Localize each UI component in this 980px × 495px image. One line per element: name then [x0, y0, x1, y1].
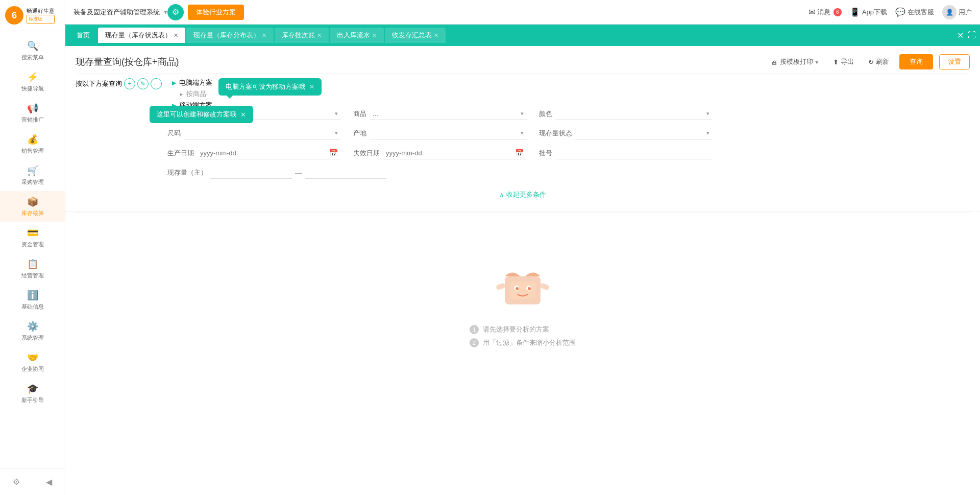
origin-dropdown-arrow: ▾: [521, 130, 524, 136]
plan-sub-item: ▸ 按商品: [172, 89, 212, 99]
app-download-action[interactable]: 📱 App下载: [850, 7, 887, 17]
empty-svg: [492, 253, 553, 315]
edit-plan-btn[interactable]: ✎: [137, 78, 149, 89]
tooltip2-container: 这里可以创建和修改方案哦 ✕: [150, 106, 253, 123]
tooltip1: 电脑方案可设为移动方案哦 ✕: [218, 78, 322, 96]
settings-btn[interactable]: 设置: [939, 54, 970, 69]
query-btn[interactable]: 查询: [899, 54, 933, 69]
page-header: 现存量查询(按仓库+商品) 🖨 按模板打印 ▾ ⬆ 导出 ↻ 刷新: [65, 46, 980, 74]
sidebar-logo: 6 畅通好生意 标准版: [0, 0, 65, 31]
step-num-1: 1: [470, 325, 479, 334]
sidebar-item-system[interactable]: ⚙️ 系统管理: [0, 316, 65, 347]
mfg-date-label: 生产日期: [167, 149, 194, 158]
sidebar-item-finance[interactable]: 💳 资金管理: [0, 222, 65, 253]
sidebar-item-operation[interactable]: 📋 经营管理: [0, 253, 65, 285]
batch-input[interactable]: [558, 149, 709, 157]
message-action[interactable]: ✉ 消息 6: [808, 7, 842, 17]
sidebar-item-guide[interactable]: 🎓 新手引导: [0, 378, 65, 409]
sidebar-item-label: 基础信息: [21, 303, 44, 311]
svg-point-4: [516, 287, 519, 290]
exp-date-field: 失效日期 📅: [353, 147, 527, 159]
tab-bar-right: ✕ ⛶: [957, 31, 976, 40]
tab-close-collect[interactable]: ✕: [434, 32, 438, 39]
experience-industry-btn[interactable]: 体验行业方案: [188, 5, 244, 20]
sidebar-item-sales[interactable]: 💰 销售管理: [0, 129, 65, 160]
print-dropdown-arrow: ▾: [815, 58, 819, 66]
tab-close-inout[interactable]: ✕: [372, 32, 377, 39]
top-header-bar: 装备及固定资产辅助管理系统 ▾ ⚙ 体验行业方案 ✉ 消息 6 📱 App下载: [65, 0, 980, 25]
gear-icon: ⚙: [172, 7, 179, 17]
goods-label: 商品: [353, 109, 366, 119]
empty-step-1: 1 请先选择要分析的方案: [470, 325, 576, 334]
tab-bar: 首页 现存量（库存状况表） ✕ 现存量（库存分布表） ✕ 库存批次账 ✕ 出入库…: [65, 25, 980, 46]
tab-close-inventory-status[interactable]: ✕: [174, 32, 178, 39]
filter-fields-row4: 现存量（主） —: [167, 167, 970, 179]
sidebar-item-basic-info[interactable]: ℹ️ 基础信息: [0, 285, 65, 316]
settings-bottom-icon[interactable]: ⚙: [10, 474, 23, 490]
sidebar-item-purchase[interactable]: 🛒 采购管理: [0, 160, 65, 191]
goods-input[interactable]: [373, 110, 521, 117]
arrow-plan-btn[interactable]: ←: [151, 78, 162, 89]
page-content: 现存量查询(按仓库+商品) 🖨 按模板打印 ▾ ⬆ 导出 ↻ 刷新: [65, 46, 980, 495]
sidebar-item-label: 系统管理: [21, 334, 44, 342]
stock-main-from-input[interactable]: [213, 169, 289, 176]
tab-close-batch[interactable]: ✕: [317, 32, 322, 39]
plan-list: ▶ 电脑端方案 ▸ 按商品 ▶ 移动端方案: [172, 78, 212, 110]
phone-icon: 📱: [850, 7, 860, 17]
sidebar-item-quick-nav[interactable]: ⚡ 快捷导航: [0, 66, 65, 98]
tab-close-inventory-dist[interactable]: ✕: [262, 32, 266, 39]
tab-fullscreen-icon[interactable]: ⛶: [968, 31, 976, 40]
color-dropdown-arrow: ▾: [706, 110, 709, 117]
exp-date-calendar-icon[interactable]: 📅: [515, 149, 524, 157]
filter-fields-row2: 尺码 ▾ 产地 ▾ 现存量状态: [167, 127, 970, 139]
tooltip1-close[interactable]: ✕: [309, 83, 314, 90]
tab-collect-summary[interactable]: 收发存汇总表 ✕: [385, 28, 446, 43]
tab-in-out-flow[interactable]: 出入库流水 ✕: [330, 28, 384, 43]
message-badge: 6: [834, 8, 842, 16]
color-input[interactable]: [558, 110, 706, 117]
svg-rect-7: [540, 282, 550, 291]
print-template-btn[interactable]: 🖨 按模板打印 ▾: [767, 55, 823, 68]
exp-date-input[interactable]: [386, 149, 515, 157]
online-service-action[interactable]: 💬 在线客服: [895, 7, 934, 17]
tab-close-all-icon[interactable]: ✕: [957, 31, 964, 40]
tooltip2-close[interactable]: ✕: [240, 111, 246, 119]
tooltip1-text: 电脑方案可设为移动方案哦: [226, 82, 305, 91]
stock-main-to-input[interactable]: [308, 169, 383, 176]
tab-inventory-dist[interactable]: 现存量（库存分布表） ✕: [186, 28, 274, 43]
mfg-date-input[interactable]: [200, 149, 329, 157]
tab-home[interactable]: 首页: [69, 28, 97, 43]
add-plan-btn[interactable]: +: [124, 78, 135, 89]
gear-circle-btn[interactable]: ⚙: [167, 4, 184, 20]
origin-input[interactable]: [373, 129, 521, 137]
user-action[interactable]: 👤 用户: [942, 5, 972, 19]
tooltip2: 这里可以创建和修改方案哦 ✕: [150, 106, 253, 123]
sidebar-item-marketing[interactable]: 📢 营销推广: [0, 98, 65, 129]
size-input[interactable]: [187, 129, 335, 137]
tab-batch-account[interactable]: 库存批次账 ✕: [275, 28, 329, 43]
size-dropdown-arrow: ▾: [335, 130, 338, 136]
stock-status-input[interactable]: [578, 129, 706, 137]
collapse-filter-btn[interactable]: ∧ 收起更多条件: [76, 186, 970, 203]
origin-field: 产地 ▾: [353, 127, 527, 139]
batch-label: 批号: [539, 149, 552, 158]
sidebar-item-search-menu[interactable]: 🔍 搜索菜单: [0, 35, 65, 66]
filter-fields-row3: 生产日期 📅 失效日期 📅 批号: [167, 147, 970, 159]
sidebar-item-label: 搜索菜单: [21, 54, 44, 61]
refresh-btn[interactable]: ↻ 刷新: [864, 55, 893, 68]
step-2-text: 用「过滤」条件来缩小分析范围: [483, 338, 576, 347]
computer-plan-arrow[interactable]: ▶: [172, 80, 176, 86]
collapse-sidebar-icon[interactable]: ◀: [43, 474, 55, 490]
sidebar-item-label: 经营管理: [21, 272, 44, 279]
mfg-date-calendar-icon[interactable]: 📅: [329, 149, 338, 157]
filter-area: 按以下方案查询 + ✎ ← ▶ 电脑端方案 ▸ 按商品: [65, 74, 980, 212]
logo-icon: 6: [5, 6, 23, 25]
export-btn[interactable]: ⬆ 导出: [829, 55, 858, 68]
system-select-arrow: ▾: [164, 8, 167, 16]
service-icon: 💬: [895, 7, 905, 17]
sidebar-item-enterprise[interactable]: 🤝 企业协同: [0, 347, 65, 378]
sidebar-item-inventory[interactable]: 📦 库存核算: [0, 191, 65, 222]
system-select[interactable]: 装备及固定资产辅助管理系统 ▾: [74, 8, 167, 17]
tab-inventory-status[interactable]: 现存量（库存状况表） ✕: [98, 28, 185, 43]
header-actions: 🖨 按模板打印 ▾ ⬆ 导出 ↻ 刷新 查询 设置: [767, 54, 970, 69]
